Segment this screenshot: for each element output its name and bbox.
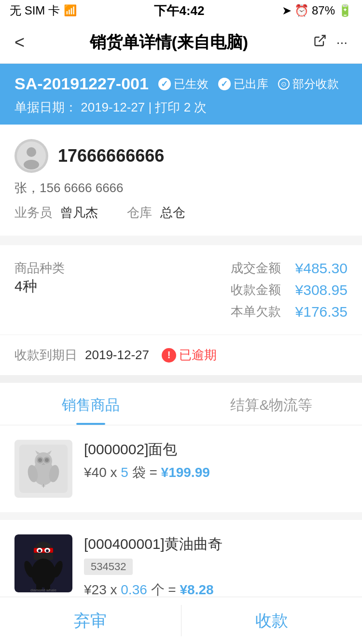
status-text-1: 已生效 [174,76,209,92]
debt-amount-row: 本单欠款 ¥176.35 [231,303,348,320]
deal-amount-label: 成交金额 [231,260,281,277]
received-amount-value: ¥308.95 [295,282,348,298]
product-item: + [0000002]面包 ¥40 x 5 袋 = ¥199.99 [0,425,362,512]
order-id: SA-20191227-001 [14,74,149,93]
due-date-value: 2019-12-27 [85,348,149,363]
back-button[interactable]: < [14,32,25,53]
product-kind-label: 商品种类 [14,260,65,277]
check-icon-1: ✓ [158,78,171,90]
stats-right: 成交金额 ¥485.30 收款金额 ¥308.95 本单欠款 ¥176.35 [231,260,348,320]
status-text-3: 部分收款 [292,76,339,92]
status-right: ➤ ⏰ 87% 🔋 [282,4,352,17]
customer-name-phone: 张，156 6666 6666 [14,180,348,196]
status-bar: 无 SIM 卡 📶 下午4:42 ➤ ⏰ 87% 🔋 [0,0,362,21]
customer-row: 17666666666 [14,139,348,173]
product-thumbnail-1: + [14,440,72,498]
print-info: | 打印 2 次 [148,100,207,114]
svg-text:diamond whale: diamond whale [30,588,56,592]
warehouse-label: 仓库 [127,205,152,220]
due-section: 收款到期日 2019-12-27 ! 已逾期 [0,335,362,375]
carrier-text: 无 SIM 卡 [10,3,60,18]
customer-avatar [14,139,48,173]
check-icon-2: ✓ [218,78,231,90]
wifi-icon: 📶 [64,4,77,17]
qty-value-2: 0.36 [121,582,147,597]
svg-point-9 [38,458,42,462]
customer-meta: 业务员 曾凡杰 仓库 总仓 [14,204,348,221]
debt-amount-label: 本单欠款 [231,303,281,320]
stats-section: 商品种类 4种 成交金额 ¥485.30 收款金额 ¥308.95 本单欠款 ¥… [0,245,362,335]
svg-line-0 [319,36,325,42]
status-text-2: 已出库 [234,76,268,92]
bottom-bar: 弃审 收款 [0,597,362,644]
unit-value-2: 个 [151,582,165,597]
unit-value-1: 袋 [132,465,146,480]
overdue-badge: ! 已逾期 [162,347,217,364]
svg-point-10 [45,458,49,462]
tabs-bar: 销售商品 结算&物流等 [0,383,362,425]
nav-bar: < 销货单详情(来自电脑) ··· [0,21,362,64]
salesperson-value: 曾凡杰 [60,205,98,220]
product-thumbnail-2: diamond whale [14,534,72,592]
svg-point-22 [38,549,41,552]
total-value-2: ¥8.28 [180,582,213,597]
due-label: 收款到期日 [14,347,77,364]
tab-products-label: 销售商品 [62,397,120,413]
customer-section: 17666666666 张，156 6666 6666 业务员 曾凡杰 仓库 总… [0,125,362,236]
qty-value-1: 5 [121,465,128,480]
product-kind-value: 4种 [14,277,65,296]
overdue-text: 已逾期 [179,347,217,364]
price-value-2: ¥23 [84,582,107,597]
svg-point-23 [46,549,49,552]
deal-amount-value: ¥485.30 [295,260,348,277]
price-x-1: x [111,465,121,480]
product-name-1: [0000002]面包 [84,440,348,460]
warehouse-info: 仓库 总仓 [127,204,185,221]
status-badge-effective: ✓ 已生效 [158,76,209,92]
order-date: 2019-12-27 [81,100,145,114]
share-button[interactable] [313,34,327,51]
tab-products[interactable]: 销售商品 [0,383,181,425]
nav-left: < [14,32,25,53]
status-left: 无 SIM 卡 📶 [10,3,77,18]
status-badge-shipped: ✓ 已出库 [218,76,268,92]
customer-phone: 17666666666 [58,146,164,166]
received-amount-label: 收款金额 [231,281,281,298]
product-badge-2: 534532 [84,559,133,575]
svg-point-2 [27,147,36,157]
warehouse-value: 总仓 [160,205,185,220]
more-button[interactable]: ··· [336,35,348,50]
received-amount-row: 收款金额 ¥308.95 [231,281,348,298]
overdue-icon: ! [162,348,176,363]
debt-amount-value: ¥176.35 [295,304,348,320]
nav-right: ··· [313,34,348,51]
battery-text: 87% [312,4,335,17]
location-icon: ➤ [282,4,292,17]
section-divider [0,375,362,383]
confirm-button[interactable]: 收款 [181,597,362,644]
price-x-2: x [111,582,121,597]
price-eq-2: = [168,582,180,597]
clock-icon: ⊙ [278,78,290,90]
cancel-button[interactable]: 弃审 [0,597,181,644]
salesperson-label: 业务员 [14,205,52,220]
order-date-row: 单据日期： 2019-12-27 | 打印 2 次 [14,99,348,116]
status-time: 下午4:42 [154,2,204,19]
status-badge-partial: ⊙ 部分收款 [278,76,339,92]
tab-settlement[interactable]: 结算&物流等 [181,383,362,425]
battery-icon: 🔋 [338,4,352,17]
page-title: 销货单详情(来自电脑) [90,31,249,54]
stats-left: 商品种类 4种 [14,260,65,296]
svg-point-3 [24,160,39,169]
svg-text:+: + [42,482,45,490]
total-value-1: ¥199.99 [161,465,210,480]
date-label: 单据日期： [14,100,77,114]
product-list: + [0000002]面包 ¥40 x 5 袋 = ¥199.99 [0,425,362,614]
alarm-icon: ⏰ [294,4,309,17]
product-name-2: [000400001]黄油曲奇 [84,534,348,554]
svg-point-25 [31,559,56,588]
order-header: SA-20191227-001 ✓ 已生效 ✓ 已出库 ⊙ 部分收款 单据日期：… [0,64,362,125]
tab-settlement-label: 结算&物流等 [230,397,312,413]
product-info-2: [000400001]黄油曲奇 534532 ¥23 x 0.36 个 = ¥8… [84,534,348,599]
deal-amount-row: 成交金额 ¥485.30 [231,260,348,277]
